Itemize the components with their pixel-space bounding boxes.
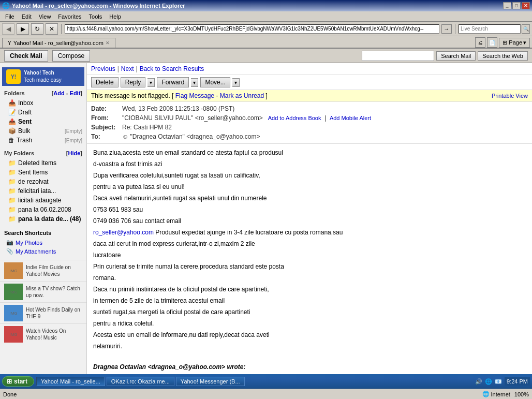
sidebar-item-bulk[interactable]: 📦 Bulk [Empty] <box>0 126 86 136</box>
body-line-4: pentru a va putea lasa si eu unul! <box>93 182 526 191</box>
ad-indie-text: Indie Film Guide on Yahoo! Movies <box>26 264 82 277</box>
sidebar-item-de-rezolvat[interactable]: 📁 de rezolvat <box>0 177 86 186</box>
ad-watch-videos[interactable]: IMG Watch Videos On Yahoo! Music <box>0 323 86 345</box>
address-bar-input[interactable] <box>65 24 439 34</box>
ad-tv-show[interactable]: IMG Miss a TV show? Catch up now. <box>0 281 86 302</box>
to-value: ☺ "Dragnea Octavian" <dragnea_o@yahoo.co… <box>122 133 260 140</box>
sidebar-item-deleted-items[interactable]: 📁 Deleted Items <box>0 158 86 168</box>
ie-toolbar: ◀ ▶ ↻ ✕ → 🔍 <box>0 22 532 36</box>
search-web-button[interactable]: Search the Web <box>478 51 528 61</box>
de-rezolvat-icon: 📁 <box>8 178 16 185</box>
windows-logo-icon: ⊞ <box>7 378 12 385</box>
sidebar-item-sent[interactable]: 📤 Sent <box>0 117 86 126</box>
mark-unread-link[interactable]: Mark as Unread <box>220 92 264 99</box>
sidebar-item-felicitari[interactable]: 📁 felicitari iata... <box>0 186 86 196</box>
taskbar-task-yahoo-mail[interactable]: Yahoo! Mail - ro_selle... <box>36 377 105 386</box>
systray-icon-1[interactable]: 🌐 <box>484 377 493 386</box>
reply-dropdown-button[interactable]: ▾ <box>147 78 155 87</box>
my-attachments-shortcut[interactable]: 📎 My Attachments <box>0 247 86 256</box>
maximize-button[interactable]: □ <box>512 2 521 9</box>
sidebar-item-inbox[interactable]: 📥 Inbox <box>0 98 86 108</box>
compose-button[interactable]: Compose <box>52 50 90 62</box>
yahoo-tech-banner[interactable]: Y! Yahoo! Tech Tech made easy <box>2 67 84 86</box>
body-line-8-rest: Produsul expediat ajunge in 3-4 zile luc… <box>155 229 343 236</box>
taskbar-task-okazii[interactable]: OKazii.ro: Okazia me... <box>107 377 174 386</box>
page-dropdown-button[interactable]: ⊞ Page ▾ <box>499 38 530 48</box>
refresh-button[interactable]: ↻ <box>31 23 43 35</box>
flag-status-text: This message is not flagged. [ Flag Mess… <box>91 92 268 99</box>
sidebar-item-trash[interactable]: 🗑 Trash [Empty] <box>0 136 86 145</box>
tabs-bar: Y Yahoo! Mail - ro_seller@yahoo.com ✕ 🖨 … <box>0 36 532 49</box>
trash-label: Trash <box>17 137 32 144</box>
add-folder-link[interactable]: Add <box>53 90 64 96</box>
move-button[interactable]: Move... <box>200 77 230 87</box>
page-label: ⊞ Page <box>503 39 522 46</box>
menu-view[interactable]: View <box>36 12 54 21</box>
next-link[interactable]: Next <box>121 65 134 72</box>
my-attachments-icon: 📎 <box>6 248 13 255</box>
edit-folder-link[interactable]: Edit <box>70 90 81 96</box>
start-label: start <box>14 378 27 385</box>
to-row: To: ☺ "Dragnea Octavian" <dragnea_o@yaho… <box>91 132 528 141</box>
subject-value: Re: Casti HPM 82 <box>122 124 172 131</box>
ad-web-finds[interactable]: IMG Hot Web Finds Daily on THE 9 <box>0 302 86 323</box>
from-row: From: "CIOBANU SILVIU PAUL" <ro_seller@y… <box>91 113 528 123</box>
stop-button[interactable]: ✕ <box>46 23 58 35</box>
my-photos-shortcut[interactable]: 📷 My Photos <box>0 238 86 247</box>
live-search-input[interactable] <box>459 24 521 34</box>
menu-file[interactable]: File <box>2 12 18 21</box>
delete-button[interactable]: Delete <box>91 77 119 87</box>
flag-message-link[interactable]: Flag Message <box>175 92 214 99</box>
sidebar-item-licitati[interactable]: 📁 licitati adaugate <box>0 196 86 205</box>
body-line-7: 0749 036 706 sau contact email <box>93 216 526 226</box>
start-button[interactable]: ⊞ start <box>2 376 34 387</box>
systray-icon-2[interactable]: 📧 <box>494 377 503 386</box>
go-button[interactable]: → <box>441 24 452 34</box>
taskbar-task-messenger[interactable]: Yahoo! Messenger (B... <box>176 377 245 386</box>
window-icon: 🌐 <box>2 2 10 9</box>
check-mail-button[interactable]: Check Mail <box>4 50 48 62</box>
menu-edit[interactable]: Edit <box>19 12 35 21</box>
body-line-17: Acesta este un email de informare,nu dat… <box>93 330 526 339</box>
live-search-button[interactable]: 🔍 <box>522 24 530 34</box>
trash-empty-tag: [Empty] <box>65 138 82 143</box>
tab-close-button[interactable]: ✕ <box>106 40 110 46</box>
minimize-button[interactable]: _ <box>503 2 511 9</box>
search-mail-area: Search Mail Search the Web <box>362 51 528 61</box>
print-button[interactable]: 🖨 <box>475 37 485 48</box>
menu-tools[interactable]: Tools <box>86 12 106 21</box>
sent-label: Sent <box>18 118 32 125</box>
my-attachments-label: My Attachments <box>16 248 56 255</box>
back-button[interactable]: ◀ <box>2 23 14 35</box>
back-to-search-link[interactable]: Back to Search Results <box>140 65 204 72</box>
sidebar-item-pana-la-06[interactable]: 📁 pana la 06.02.2008 <box>0 205 86 214</box>
folders-actions: [Add - Edit] <box>52 90 82 96</box>
sidebar-item-sent-items[interactable]: 📁 Sent Items <box>0 168 86 177</box>
search-mail-button[interactable]: Search Mail <box>436 51 476 61</box>
search-mail-input[interactable] <box>362 51 434 61</box>
forward-button[interactable]: Forward <box>157 77 189 87</box>
browser-tab[interactable]: Y Yahoo! Mail - ro_seller@yahoo.com ✕ <box>2 38 115 48</box>
my-photos-label: My Photos <box>16 240 42 246</box>
forward-button[interactable]: ▶ <box>17 23 29 35</box>
ad-indie-thumb: IMG <box>4 262 23 279</box>
printable-view-link[interactable]: Printable View <box>492 93 528 99</box>
page-button[interactable]: 📄 <box>487 37 497 48</box>
reply-button[interactable]: Reply <box>121 77 146 87</box>
email-address-link[interactable]: ro_seller@yahoo.com <box>93 229 154 236</box>
close-button[interactable]: ✕ <box>522 2 530 9</box>
menu-help[interactable]: Help <box>106 12 124 21</box>
hide-folders-link[interactable]: Hide <box>68 150 80 156</box>
move-dropdown-button[interactable]: ▾ <box>232 78 240 87</box>
sidebar-item-pana-la-data[interactable]: 📁 pana la data de... (48) <box>0 214 86 224</box>
tab-title: Yahoo! Mail - ro_seller@yahoo.com <box>13 40 104 46</box>
sidebar-item-draft[interactable]: 📝 Draft <box>0 108 86 117</box>
add-to-address-book-link[interactable]: Add to Address Book <box>268 115 321 121</box>
previous-link[interactable]: Previous <box>91 65 115 72</box>
systray-icon-0[interactable]: 🔊 <box>475 377 483 386</box>
forward-dropdown-button[interactable]: ▾ <box>191 78 198 87</box>
add-mobile-alert-link[interactable]: Add Mobile Alert <box>330 115 371 121</box>
ad-indie-film[interactable]: IMG Indie Film Guide on Yahoo! Movies <box>0 260 86 281</box>
folders-label: Folders <box>4 90 25 96</box>
menu-favorites[interactable]: Favorites <box>55 12 84 21</box>
